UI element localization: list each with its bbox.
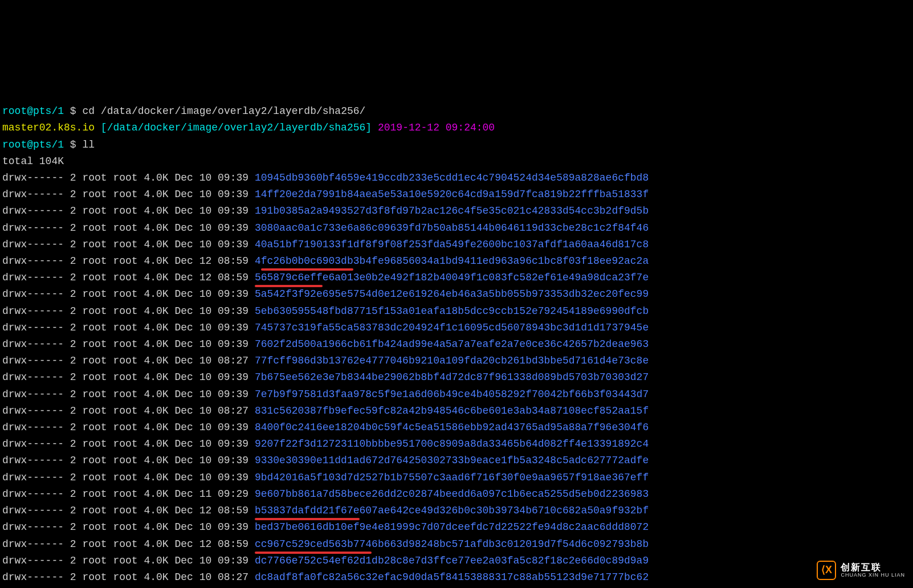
listing-meta: drwx------ 2 root root 4.0K Dec 12 08:59 — [2, 538, 255, 550]
listing-meta: drwx------ 2 root root 4.0K Dec 10 08:27 — [2, 405, 255, 416]
listing-meta: drwx------ 2 root root 4.0K Dec 10 09:39 — [2, 438, 255, 450]
listing-meta: drwx------ 2 root root 4.0K Dec 10 09:39 — [2, 521, 255, 533]
watermark-text-zh: 创新互联 — [841, 562, 905, 573]
listing-meta: drwx------ 2 root root 4.0K Dec 10 09:39 — [2, 455, 255, 466]
command-ll: ll — [82, 139, 95, 150]
dir-name: 745737c319fa55ca583783dc204924f1c16095cd… — [255, 322, 649, 333]
listing-meta: drwx------ 2 root root 4.0K Dec 10 09:39 — [2, 338, 255, 350]
listing-meta: drwx------ 2 root root 4.0K Dec 10 09:39 — [2, 205, 255, 217]
listing-meta: drwx------ 2 root root 4.0K Dec 12 08:59 — [2, 505, 255, 516]
dir-name: 6b663d98248bc571afdb3c012019d7f54d6c0927… — [372, 538, 649, 550]
dir-name: 9207f22f3d12723110bbbbe951700c8909a8da33… — [255, 438, 649, 450]
prompt-dollar: $ — [70, 139, 76, 150]
listing-meta: drwx------ 2 root root 4.0K Dec 12 08:59 — [2, 255, 255, 267]
underline-annotation — [255, 552, 372, 554]
listing-meta: drwx------ 2 root root 4.0K Dec 10 09:39 — [2, 305, 255, 317]
banner-path: [/data/docker/image/overlay2/layerdb/sha… — [101, 122, 372, 133]
underline-annotation — [255, 285, 323, 287]
terminal[interactable]: root@pts/1 $ cd /data/docker/image/overl… — [0, 83, 913, 588]
dir-name: 9bd42016a5f103d7d2527b1b75507c3aad6f716f… — [255, 472, 649, 483]
dir-name: 5a542f3f92e695e5754d0e12e619264eb46a3a5b… — [255, 288, 649, 300]
listing-meta: drwx------ 2 root root 4.0K Dec 10 09:39 — [2, 239, 255, 250]
dir-name: 4 — [255, 255, 261, 267]
dir-name-highlighted: b53837dafdd21f67e — [255, 503, 360, 519]
dir-name: 40a51bf7190133f1df8f9f08f253fda549fe2600… — [255, 239, 649, 250]
command-cd: cd /data/docker/image/overlay2/layerdb/s… — [82, 105, 365, 117]
dir-name: 3b4fe96856034a1bd9411ed963a96c1bc8f03f18… — [353, 255, 649, 267]
prompt-dollar: $ — [70, 105, 76, 117]
dir-name: 7e7b9f97581d3faa978c5f9e1a6d06b49ce4b405… — [255, 389, 649, 400]
watermark-text-en: CHUANG XIN HU LIAN — [841, 573, 905, 578]
dir-name-highlighted: cc967c529ced563b774 — [255, 536, 372, 553]
prompt-user: root@pts/1 — [2, 139, 64, 150]
banner-host: master02.k8s.io — [2, 122, 95, 133]
listing-meta: drwx------ 2 root root 4.0K Dec 10 09:39 — [2, 322, 255, 333]
total-line: total 104K — [2, 156, 64, 167]
listing-meta: drwx------ 2 root root 4.0K Dec 10 08:27 — [2, 571, 255, 583]
listing-meta: drwx------ 2 root root 4.0K Dec 10 09:39 — [2, 555, 255, 566]
dir-name: bed37be0616db10ef9e4e81999c7d07dceefdc7d… — [255, 521, 649, 533]
underline-annotation — [255, 518, 360, 520]
dir-name: 9330e30390e11dd1ad672d764250302733b9eace… — [255, 455, 649, 466]
dir-name: 14ff20e2da7991b84aea5e53a10e5920c64cd9a1… — [255, 189, 649, 200]
dir-name: 191b0385a2a9493527d3f8fd97b2ac126c4f5e35… — [255, 205, 649, 217]
watermark-logo-icon: ⟨X — [817, 561, 836, 580]
dir-name: dc8adf8fa0fc82a56c32efac9d0da5f841538883… — [255, 571, 649, 583]
listing-meta: drwx------ 2 root root 4.0K Dec 10 09:39 — [2, 189, 255, 200]
dir-name: 831c5620387fb9efec59fc82a42b948546c6be60… — [255, 405, 649, 416]
dir-name-highlighted: 565879c6eff — [255, 270, 323, 286]
watermark: ⟨X 创新互联 CHUANG XIN HU LIAN — [817, 561, 905, 580]
listing-meta: drwx------ 2 root root 4.0K Dec 11 09:29 — [2, 488, 255, 500]
prompt-user: root@pts/1 — [2, 105, 64, 117]
dir-name: 7b675ee562e3e7b8344be29062b8bf4d72dc87f9… — [255, 371, 649, 383]
listing-meta: drwx------ 2 root root 4.0K Dec 10 09:39 — [2, 422, 255, 433]
dir-name: 9e607bb861a7d58bece26dd2c02874beedd6a097… — [255, 488, 649, 500]
dir-name: 5eb630595548fbd87715f153a01eafa18b5dcc9c… — [255, 305, 649, 317]
dir-name: 77fcff986d3b13762e4777046b9210a109fda20c… — [255, 355, 649, 366]
listing-meta: drwx------ 2 root root 4.0K Dec 10 09:39 — [2, 472, 255, 483]
listing-meta: drwx------ 2 root root 4.0K Dec 10 09:39 — [2, 371, 255, 383]
dir-name: 3080aac0a1c733e6a86c09639fd7b50ab85144b0… — [255, 222, 649, 234]
dir-name: dc7766e752c54ef62d1db28c8e7d3ffce77ee2a0… — [255, 555, 649, 566]
banner-timestamp: 2019-12-12 09:24:00 — [378, 122, 495, 133]
listing-meta: drwx------ 2 root root 4.0K Dec 10 09:39 — [2, 222, 255, 234]
dir-name: e6a013e0b2e492f182b40049f1c083fc582ef61e… — [323, 272, 649, 283]
listing-meta: drwx------ 2 root root 4.0K Dec 10 09:39 — [2, 389, 255, 400]
listing-meta: drwx------ 2 root root 4.0K Dec 10 09:39 — [2, 288, 255, 300]
dir-name: 607ae642ce49d326b0c30b39734b6710c682a50a… — [360, 505, 649, 516]
dir-name: 8400f0c2416ee18204b0c59f4c5ea51586ebb92a… — [255, 422, 649, 433]
dir-name: 7602f2d500a1966cb61fb424ad99e4a5a7a7eafe… — [255, 338, 649, 350]
listing-meta: drwx------ 2 root root 4.0K Dec 10 09:39 — [2, 172, 255, 183]
directory-listing: drwx------ 2 root root 4.0K Dec 10 09:39… — [2, 170, 911, 588]
listing-meta: drwx------ 2 root root 4.0K Dec 10 08:27 — [2, 355, 255, 366]
dir-name-highlighted: fc26b0b0c6903db — [261, 253, 353, 270]
dir-name: 10945db9360bf4659e419ccdb233e5cdd1ec4c79… — [255, 172, 649, 183]
listing-meta: drwx------ 2 root root 4.0K Dec 12 08:59 — [2, 272, 255, 283]
